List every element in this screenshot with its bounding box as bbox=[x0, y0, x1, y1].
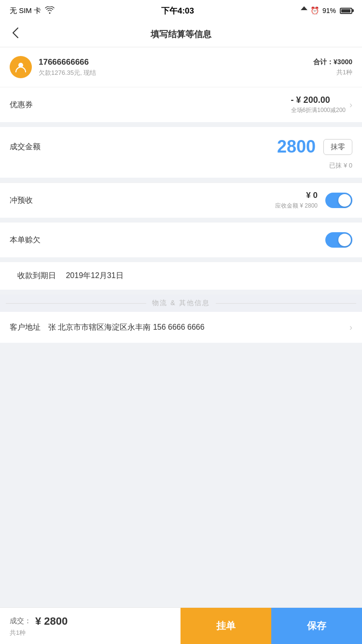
prepay-amount: ¥ 0 bbox=[275, 191, 318, 200]
page-title: 填写结算等信息 bbox=[151, 28, 211, 40]
content: 17666666666 欠款1276.35元, 现结 合计：¥3000 共1种 … bbox=[0, 47, 362, 381]
prepay-right: ¥ 0 应收金额 ¥ 2800 bbox=[275, 191, 352, 210]
total-label: 合计：¥3000 bbox=[313, 58, 352, 67]
bottom-summary: 成交： ¥ 2800 共1种 bbox=[0, 615, 181, 637]
debt-row: 本单赊欠 bbox=[0, 223, 362, 257]
user-sub: 欠款1276.35元, 现结 bbox=[39, 69, 96, 77]
address-value: 张 北京市市辖区海淀区永丰南 156 6666 6666 bbox=[48, 322, 346, 333]
save-button[interactable]: 保存 bbox=[271, 608, 362, 644]
address-arrow-icon: › bbox=[349, 322, 352, 333]
divider-line-left bbox=[6, 303, 146, 304]
bottom-deal-row: 成交： ¥ 2800 bbox=[10, 615, 171, 628]
coupon-discount: - ¥ 200.00 bbox=[291, 95, 346, 105]
deal-amount: 2800 bbox=[277, 137, 316, 157]
battery-icon bbox=[340, 8, 352, 14]
prepay-label: 冲预收 bbox=[10, 196, 33, 206]
status-time: 下午4:03 bbox=[161, 5, 194, 16]
status-bar: 无 SIM 卡 下午4:03 ⏰ 91% bbox=[0, 0, 362, 21]
coupon-row[interactable]: 优惠券 - ¥ 200.00 全场6折满1000减200 › bbox=[0, 87, 362, 122]
round-button[interactable]: 抹零 bbox=[323, 139, 352, 155]
prepay-sub: 应收金额 ¥ 2800 bbox=[275, 202, 318, 210]
debt-toggle-knob bbox=[338, 234, 351, 246]
coupon-arrow-icon: › bbox=[349, 100, 352, 110]
user-left: 17666666666 欠款1276.35元, 现结 bbox=[10, 56, 96, 78]
bottom-deal-amount: ¥ 2800 bbox=[35, 615, 68, 628]
bottom-spacer bbox=[0, 343, 362, 381]
user-phone: 17666666666 bbox=[39, 57, 96, 67]
toggle-knob bbox=[338, 194, 351, 207]
prepay-row: 冲预收 ¥ 0 应收金额 ¥ 2800 bbox=[0, 182, 362, 218]
deal-sub: 已抹 ¥ 0 bbox=[329, 162, 352, 169]
duedate-label: 收款到期日 bbox=[17, 271, 56, 280]
coupon-info: - ¥ 200.00 全场6折满1000减200 bbox=[291, 95, 346, 114]
coupon-right: - ¥ 200.00 全场6折满1000减200 › bbox=[291, 95, 352, 114]
duedate-row: 收款到期日 2019年12月31日 bbox=[0, 262, 362, 290]
status-right: ⏰ 91% bbox=[301, 6, 352, 15]
user-info: 17666666666 欠款1276.35元, 现结 bbox=[39, 57, 96, 77]
bottom-bar: 成交： ¥ 2800 共1种 挂单 保存 bbox=[0, 607, 362, 644]
section-divider: 物流 & 其他信息 bbox=[0, 294, 362, 312]
alarm-icon: ⏰ bbox=[310, 6, 320, 15]
back-button[interactable] bbox=[9, 24, 22, 45]
prepay-toggle[interactable] bbox=[325, 193, 352, 208]
divider-line-right bbox=[216, 303, 356, 304]
address-label: 客户地址 bbox=[10, 322, 41, 333]
deal-row: 成交金额 2800 抹零 bbox=[10, 137, 352, 157]
coupon-label: 优惠券 bbox=[10, 100, 33, 110]
bottom-deal-count: 共1种 bbox=[10, 629, 171, 637]
debt-label: 本单赊欠 bbox=[10, 235, 41, 245]
battery-percent: 91% bbox=[322, 7, 336, 14]
duedate-value: 2019年12月31日 bbox=[66, 271, 123, 280]
coupon-desc: 全场6折满1000减200 bbox=[291, 106, 346, 114]
total-count: 共1种 bbox=[313, 68, 352, 77]
deal-amount-wrap: 2800 抹零 bbox=[277, 137, 352, 157]
user-info-card: 17666666666 欠款1276.35元, 现结 合计：¥3000 共1种 … bbox=[0, 47, 362, 122]
deal-label: 成交金额 bbox=[10, 142, 41, 152]
user-row: 17666666666 欠款1276.35元, 现结 合计：¥3000 共1种 bbox=[0, 47, 362, 87]
prepay-amount-wrap: ¥ 0 应收金额 ¥ 2800 bbox=[275, 191, 318, 210]
nav-bar: 填写结算等信息 bbox=[0, 21, 362, 47]
hang-button[interactable]: 挂单 bbox=[181, 608, 271, 644]
location-icon bbox=[301, 6, 307, 15]
prepay-card: 冲预收 ¥ 0 应收金额 ¥ 2800 bbox=[0, 182, 362, 218]
deal-section: 成交金额 2800 抹零 已抹 ¥ 0 bbox=[0, 127, 362, 178]
avatar bbox=[10, 56, 32, 78]
address-row[interactable]: 客户地址 张 北京市市辖区海淀区永丰南 156 6666 6666 › bbox=[0, 312, 362, 343]
user-total: 合计：¥3000 共1种 bbox=[313, 58, 352, 77]
status-left: 无 SIM 卡 bbox=[10, 6, 55, 15]
sim-text: 无 SIM 卡 bbox=[10, 6, 41, 15]
bottom-deal-label: 成交： bbox=[10, 616, 31, 626]
debt-toggle[interactable] bbox=[325, 232, 352, 248]
divider-text: 物流 & 其他信息 bbox=[152, 299, 209, 308]
wifi-icon bbox=[45, 6, 55, 15]
